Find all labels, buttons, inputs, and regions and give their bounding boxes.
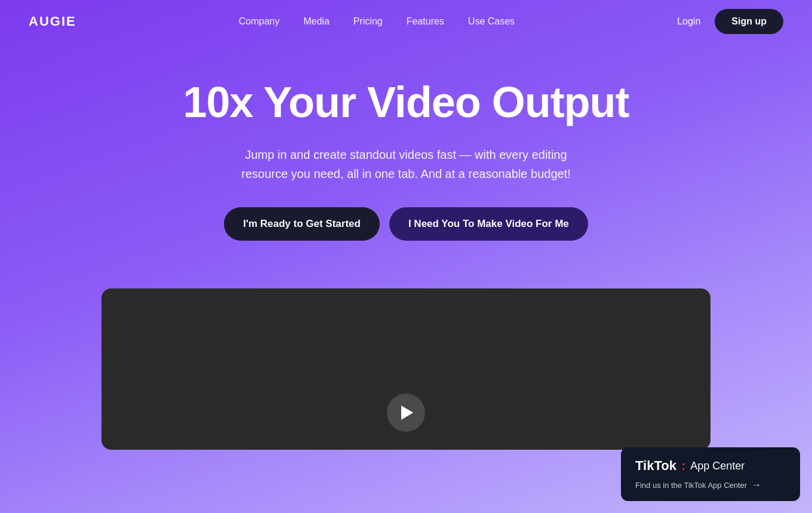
nav-pricing[interactable]: Pricing <box>353 16 383 26</box>
login-button[interactable]: Login <box>677 16 700 27</box>
nav-links: Company Media Pricing Features Use Cases <box>239 16 515 27</box>
tiktok-app-center-label: App Center <box>690 460 745 472</box>
tiktok-badge: TikTok : App Center Find us in the TikTo… <box>621 447 800 501</box>
nav-media[interactable]: Media <box>303 16 330 26</box>
logo[interactable]: AUGiE <box>29 14 76 29</box>
tiktok-header: TikTok : App Center <box>635 458 786 474</box>
nav-company[interactable]: Company <box>239 16 279 26</box>
tiktok-colon: : <box>681 458 685 474</box>
hero-section: 10x Your Video Output Jump in and create… <box>0 43 812 265</box>
tiktok-link-text: Find us in the TikTok App Center <box>635 481 747 490</box>
nav-use-cases[interactable]: Use Cases <box>468 16 515 26</box>
play-icon[interactable] <box>387 394 425 432</box>
hero-buttons: I'm Ready to Get Started I Need You To M… <box>12 207 800 241</box>
video-section <box>90 288 722 450</box>
hero-title: 10x Your Video Output <box>12 79 800 126</box>
make-video-button[interactable]: I Need You To Make Video For Me <box>389 207 588 241</box>
nav-actions: Login Sign up <box>677 9 783 34</box>
tiktok-arrow-icon: → <box>752 480 761 490</box>
nav-features[interactable]: Features <box>407 16 444 26</box>
get-started-button[interactable]: I'm Ready to Get Started <box>224 207 380 241</box>
video-container[interactable] <box>102 288 710 450</box>
signup-button[interactable]: Sign up <box>715 9 783 34</box>
tiktok-link[interactable]: Find us in the TikTok App Center → <box>635 480 786 490</box>
hero-subtitle: Jump in and create standout videos fast … <box>233 145 579 183</box>
navbar: AUGiE Company Media Pricing Features Use… <box>0 0 812 43</box>
tiktok-logo: TikTok <box>635 458 676 474</box>
